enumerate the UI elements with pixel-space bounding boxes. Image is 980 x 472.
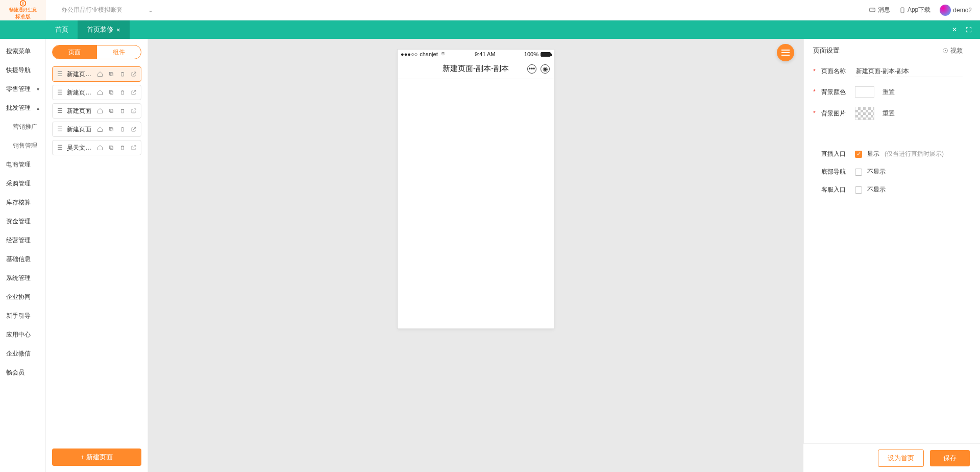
service-entry-label: 客服入口 (821, 185, 850, 194)
drag-handle-icon[interactable]: ☰ (56, 107, 64, 115)
fullscreen-icon[interactable] (963, 23, 975, 36)
sidebar-marketing[interactable]: 营销推广 (0, 117, 45, 136)
live-entry-checkbox[interactable]: ✓ (855, 151, 862, 158)
app-download-button[interactable]: App下载 (899, 6, 930, 14)
bg-color-swatch[interactable] (855, 86, 874, 98)
sidebar-member[interactable]: 畅会员 (0, 363, 45, 382)
svg-rect-5 (901, 8, 904, 13)
page-row[interactable]: ☰ 昊天文具店 (52, 140, 141, 155)
page-name: 新建页面-副本... (67, 70, 93, 79)
set-home-button[interactable]: 设为首页 (878, 450, 924, 467)
sidebar-quick-nav[interactable]: 快捷导航 (0, 61, 45, 80)
user-menu[interactable]: demo2 (940, 5, 972, 16)
sidebar-ecommerce[interactable]: 电商管理 (0, 155, 45, 174)
share-icon[interactable] (130, 70, 138, 78)
field-bg-image: * 背景图片 重置 (813, 107, 963, 120)
page-row[interactable]: ☰ 新建页面-副本 (52, 85, 141, 100)
bg-color-reset[interactable]: 重置 (883, 88, 895, 97)
drag-handle-icon[interactable]: ☰ (56, 125, 64, 133)
home-icon[interactable] (96, 107, 104, 115)
sidebar-basic-info[interactable]: 基础信息 (0, 250, 45, 269)
user-name: demo2 (953, 7, 972, 14)
segment-component[interactable]: 组件 (97, 45, 141, 59)
drag-handle-icon[interactable]: ☰ (56, 144, 64, 152)
sidebar-guide[interactable]: 新手引导 (0, 306, 45, 325)
share-icon[interactable] (130, 107, 138, 115)
sidebar-operation[interactable]: 经营管理 (0, 231, 45, 250)
tabbar-close-button[interactable]: ✕ (948, 23, 961, 36)
share-icon[interactable] (130, 144, 138, 152)
brand-version: 标准版 (15, 13, 31, 20)
messages-button[interactable]: 消息 (869, 6, 890, 14)
copy-icon[interactable] (107, 125, 115, 133)
svg-rect-10 (110, 109, 113, 112)
copy-icon[interactable] (107, 144, 115, 152)
sidebar-sales[interactable]: 销售管理 (0, 136, 45, 155)
sidebar-inventory[interactable]: 库存核算 (0, 193, 45, 212)
sidebar-wholesale[interactable]: 批发管理▴ (0, 99, 45, 117)
segmented-control: 页面 组件 (52, 45, 141, 59)
sidebar-wechat-work[interactable]: 企业微信 (0, 344, 45, 363)
delete-icon[interactable] (118, 88, 127, 97)
close-icon[interactable]: × (116, 26, 120, 34)
sidebar-collab[interactable]: 企业协同 (0, 288, 45, 306)
tab-home[interactable]: 首页 (46, 20, 78, 39)
content: 页面 组件 ☰ 新建页面-副本... ☰ 新建页面-副本 (46, 39, 980, 472)
canvas-area: ●●●○○ chanjet 9:41 AM 100% 新建页面-副本-副本 ••… (148, 39, 803, 472)
account-set-dropdown[interactable]: 办公用品行业模拟账套 ⌄ (56, 3, 158, 17)
page-row[interactable]: ☰ 新建页面-副本... (52, 66, 141, 82)
account-set-label: 办公用品行业模拟账套 (61, 6, 122, 14)
top-right-actions: 消息 App下载 demo2 (869, 5, 972, 16)
share-icon[interactable] (130, 125, 138, 133)
home-icon[interactable] (96, 144, 104, 152)
target-icon[interactable]: ◉ (541, 64, 550, 74)
sidebar-system[interactable]: 系统管理 (0, 269, 45, 288)
segment-page[interactable]: 页面 (53, 45, 97, 59)
bg-image-reset[interactable]: 重置 (883, 109, 895, 118)
carrier-label: chanjet (420, 51, 437, 57)
svg-point-4 (873, 9, 874, 10)
delete-icon[interactable] (118, 70, 127, 78)
sidebar-purchase[interactable]: 采购管理 (0, 174, 45, 193)
page-name-input[interactable] (855, 65, 963, 77)
sidebar-search[interactable]: 搜索菜单 (0, 42, 45, 61)
sidebar-app-center[interactable]: 应用中心 (0, 325, 45, 344)
drag-handle-icon[interactable]: ☰ (56, 70, 64, 78)
required-marker: * (813, 110, 816, 117)
svg-rect-15 (110, 147, 113, 150)
copy-icon[interactable] (107, 107, 115, 115)
bg-color-label: 背景颜色 (821, 88, 850, 97)
user-avatar-icon (940, 5, 951, 16)
page-row[interactable]: ☰ 新建页面 (52, 122, 141, 137)
svg-point-2 (871, 9, 871, 10)
sidebar-retail[interactable]: 零售管理▾ (0, 80, 45, 99)
video-tutorial-link[interactable]: 视频 (942, 46, 963, 55)
home-icon[interactable] (96, 125, 104, 133)
drag-handle-icon[interactable]: ☰ (56, 88, 64, 97)
service-entry-checkbox[interactable] (855, 186, 862, 194)
tab-label: 首页装修 (87, 25, 113, 34)
new-page-button[interactable]: + 新建页面 (52, 449, 141, 466)
delete-icon[interactable] (118, 107, 127, 115)
svg-rect-13 (110, 128, 113, 131)
tabbar: 首页 首页装修 × ✕ (0, 20, 980, 39)
page-row[interactable]: ☰ 新建页面 (52, 103, 141, 119)
bottom-nav-checkbox[interactable] (855, 169, 862, 176)
live-entry-checkbox-label: 显示 (867, 150, 879, 158)
home-icon[interactable] (96, 70, 104, 78)
copy-icon[interactable] (107, 88, 115, 97)
brand-name: 畅捷通好生意 (9, 7, 37, 13)
fab-menu-button[interactable] (777, 44, 794, 61)
share-icon[interactable] (130, 88, 138, 97)
delete-icon[interactable] (118, 125, 127, 133)
tab-page-decoration[interactable]: 首页装修 × (78, 20, 130, 39)
home-icon[interactable] (96, 88, 104, 97)
bg-image-picker[interactable] (855, 107, 874, 120)
copy-icon[interactable] (107, 70, 115, 78)
sidebar-finance[interactable]: 资金管理 (0, 212, 45, 231)
phone-time: 9:41 AM (475, 51, 495, 57)
delete-icon[interactable] (118, 144, 127, 152)
top-header: 畅捷通好生意 标准版 办公用品行业模拟账套 ⌄ 消息 App下载 demo2 (0, 0, 980, 20)
save-button[interactable]: 保存 (930, 450, 970, 466)
more-icon[interactable]: ••• (527, 64, 536, 74)
